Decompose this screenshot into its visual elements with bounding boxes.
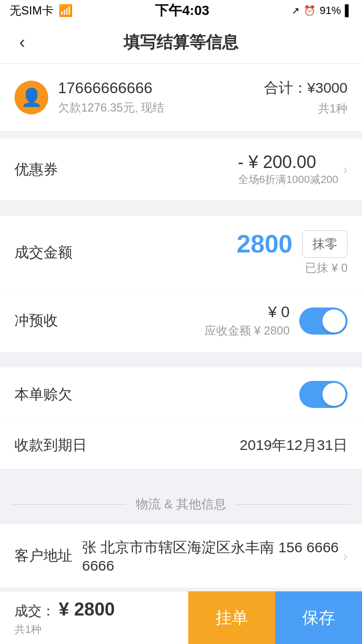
section-divider-1 — [0, 208, 362, 216]
save-button[interactable]: 保存 — [275, 591, 362, 644]
prepay-label: 冲预收 — [14, 311, 58, 331]
status-bar: 无SIM卡 📶 下午4:03 ↗ ⏰ 91% ▌ — [0, 0, 362, 21]
debt-row: 本单赊欠 — [0, 367, 362, 422]
coupon-label: 优惠券 — [14, 160, 58, 180]
content-area: 👤 17666666666 欠款1276.35元, 现结 合计：¥3000 共1… — [0, 64, 362, 644]
bottom-summary: 成交： ¥ 2800 共1种 — [0, 599, 188, 637]
coupon-desc: 全场6折满1000减200 — [238, 172, 338, 187]
status-time: 下午4:03 — [155, 1, 209, 20]
section-divider-2 — [0, 360, 362, 367]
address-label: 客户地址 — [14, 546, 72, 566]
prepay-row: 冲预收 ¥ 0 应收金额 ¥ 2800 — [0, 290, 362, 352]
round-button[interactable]: 抹零 — [302, 230, 348, 258]
customer-card: 👤 17666666666 欠款1276.35元, 现结 合计：¥3000 共1… — [0, 64, 362, 131]
total-count: 共1种 — [264, 101, 348, 116]
wifi-icon: 📶 — [58, 4, 73, 17]
due-date-row: 收款到期日 2019年12月31日 — [0, 422, 362, 469]
section-divider-3 — [0, 476, 362, 484]
address-row[interactable]: 客户地址 张 北京市市辖区海淀区永丰南 156 6666 6666 › — [0, 524, 362, 588]
customer-debt: 欠款1276.35元, 现结 — [58, 100, 164, 115]
due-date-label: 收款到期日 — [14, 435, 87, 455]
toggle-knob — [322, 309, 346, 333]
address-content: 张 北京市市辖区海淀区永丰南 156 6666 6666 — [82, 538, 343, 574]
transaction-amount-row: 成交金额 2800 抹零 已抹 ¥ 0 — [0, 216, 362, 290]
location-icon: ↗ — [292, 5, 300, 16]
bottom-amount: ¥ 2800 — [59, 599, 115, 619]
avatar: 👤 — [14, 81, 48, 114]
chevron-right-icon: › — [343, 162, 348, 177]
debt-toggle[interactable] — [299, 381, 348, 408]
battery-icon: ▌ — [345, 4, 352, 17]
pending-button[interactable]: 挂单 — [188, 591, 275, 644]
due-date-value: 2019年12月31日 — [240, 435, 348, 455]
user-icon: 👤 — [21, 87, 42, 108]
customer-phone: 17666666666 — [58, 79, 164, 97]
transaction-section: 成交金额 2800 抹零 已抹 ¥ 0 冲预收 ¥ 0 应收金额 ¥ 2800 — [0, 216, 362, 352]
debt-toggle-knob — [322, 383, 346, 406]
bottom-bar: 成交： ¥ 2800 共1种 挂单 保存 — [0, 591, 362, 644]
prepay-amount: ¥ 0 — [205, 303, 290, 321]
amount-sub-text: 已抹 ¥ 0 — [305, 260, 348, 276]
coupon-row[interactable]: 优惠券 - ¥ 200.00 全场6折满1000减200 › — [0, 139, 362, 200]
bottom-count: 共1种 — [14, 622, 174, 637]
back-button[interactable]: ‹ — [14, 28, 30, 57]
debt-section: 本单赊欠 收款到期日 2019年12月31日 — [0, 367, 362, 469]
prepay-toggle[interactable] — [299, 308, 348, 335]
coupon-discount: - ¥ 200.00 — [238, 152, 338, 172]
page-title: 填写结算等信息 — [124, 31, 238, 54]
alarm-icon: ⏰ — [304, 5, 316, 16]
transaction-value: 2800 — [237, 229, 292, 258]
debt-label: 本单赊欠 — [14, 385, 72, 405]
total-amount: 合计：¥3000 — [264, 78, 348, 98]
transaction-label: 成交金额 — [14, 243, 72, 263]
battery-text: 91% — [320, 4, 341, 17]
carrier-text: 无SIM卡 — [10, 3, 54, 18]
logistics-label: 物流 & 其他信息 — [136, 496, 226, 513]
address-chevron-icon: › — [343, 548, 348, 564]
bottom-transaction-label: 成交： — [14, 603, 55, 618]
logistics-divider: 物流 & 其他信息 — [0, 484, 362, 524]
status-right: ↗ ⏰ 91% ▌ — [292, 4, 352, 17]
nav-bar: ‹ 填写结算等信息 — [0, 21, 362, 64]
prepay-sub: 应收金额 ¥ 2800 — [205, 323, 290, 338]
status-left: 无SIM卡 📶 — [10, 3, 73, 18]
